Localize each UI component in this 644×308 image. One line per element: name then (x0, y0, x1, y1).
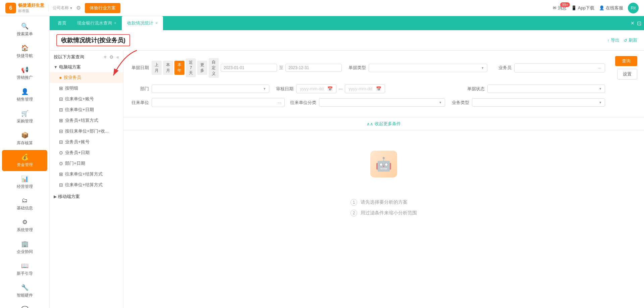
settings-icon[interactable]: ⚙ (76, 5, 81, 11)
scheme-item-unit-method1[interactable]: ⊞ 往来单位+结算方式 (50, 169, 123, 179)
unit-method1-label: 往来单位+结算方式 (65, 171, 103, 177)
scheme-item-salesperson[interactable]: ● 按业务员 (50, 72, 123, 83)
scheme-group-mobile-header[interactable]: ▶ 移动端方案 (50, 192, 123, 202)
app-download-button[interactable]: 📱 App下载 (571, 5, 594, 11)
date-start-input[interactable] (221, 64, 277, 72)
sidebar-item-marketing[interactable]: 📢 营销推广 (2, 63, 47, 84)
salesperson-item-icon: ● (59, 75, 62, 80)
refresh-button[interactable]: ↺ 刷新 (624, 37, 637, 43)
docstatus-select[interactable]: ▾ (487, 85, 605, 93)
sidebar-item-weixin[interactable]: 💬 企业微信 (2, 302, 47, 308)
sidebar-item-sales[interactable]: 👤 销售管理 (2, 85, 47, 106)
right-panel: 单据日期 上月 本月 本年 近7天 更多 自定义 (123, 51, 644, 308)
sidebar-item-label: 基础信息 (17, 205, 33, 211)
date-end-input[interactable] (285, 64, 342, 72)
biztype-arrow: ▾ (599, 100, 601, 105)
date-btn-lastmonth[interactable]: 上月 (152, 61, 162, 75)
partner-more[interactable]: ··· (277, 100, 281, 105)
scheme-item-salesperson-method[interactable]: ⊞ 业务员+结算方式 (50, 115, 123, 126)
tab-colstat-close[interactable]: × (155, 21, 158, 25)
scheme-group-desktop-header[interactable]: ▼ 电脑端方案 (50, 62, 123, 72)
date-btn-thismonth[interactable]: 本月 (163, 61, 173, 75)
date-btn-thisyear[interactable]: 本年 (174, 61, 184, 75)
filter-area: 单据日期 上月 本月 本年 近7天 更多 自定义 (123, 51, 644, 117)
step-2-label: 用过滤条件来缩小分析范围 (361, 210, 417, 216)
sidebar-item-label: 智能硬件 (17, 293, 33, 298)
partnerclass-arrow: ▾ (439, 100, 441, 105)
enterprise-icon: 🏢 (21, 240, 29, 248)
scheme-item-unit-date[interactable]: ⊟ 往来单位+日期 (50, 104, 123, 115)
sidebar-item-system[interactable]: ⚙ 系统管理 (2, 215, 47, 236)
query-button[interactable]: 查询 (615, 56, 637, 66)
scheme-item-salesperson-date[interactable]: ⊙ 业务员+日期 (50, 147, 123, 158)
sidebar-item-search[interactable]: 🔍 搜索菜单 (2, 19, 47, 40)
empty-step-1: 1 请先选择要分析的方案 (351, 199, 417, 206)
collapse-bar[interactable]: ∧∧ 收起更多条件 (123, 117, 644, 130)
sidebar-item-quicknav[interactable]: 🏠 快捷导航 (2, 41, 47, 62)
doctype-select[interactable]: ▾ (369, 64, 487, 72)
date-btn-more[interactable]: 更多 (197, 61, 207, 75)
filter-row-2: 部门 ▾ 审核日期 (130, 84, 637, 93)
set-button[interactable]: 设置 (617, 69, 637, 80)
scheme-item-detail[interactable]: ⊞ 按明细 (50, 83, 123, 94)
sidebar-item-label: 营销推广 (17, 75, 33, 81)
salesperson-method-label: 业务员+结算方式 (65, 117, 98, 123)
step-1-label: 请先选择要分析的方案 (361, 199, 408, 205)
sidebar-item-operations[interactable]: 📊 经营管理 (2, 172, 47, 193)
scheme-settings-icon[interactable]: ⚙ (109, 54, 114, 60)
scheme-item-dept-date[interactable]: ⊙ 部门+日期 (50, 158, 123, 169)
partner-select[interactable]: ··· (152, 98, 285, 107)
tab-home[interactable]: 首页 (52, 16, 72, 30)
tab-maximize-icon[interactable]: ⊡ (637, 20, 641, 27)
sidebar: 🔍 搜索菜单 🏠 快捷导航 📢 营销推广 👤 销售管理 🛒 采购管理 📦 库存核… (0, 16, 50, 308)
app-name: 畅捷通好生意 (18, 3, 44, 8)
tab-close-all-icon[interactable]: × (631, 20, 634, 27)
sidebar-item-label: 搜索菜单 (17, 31, 33, 37)
tab-collection-stat[interactable]: 收款情况统计 × (122, 16, 163, 30)
sidebar-item-inventory[interactable]: 📦 库存核算 (2, 128, 47, 149)
calendar-start-icon[interactable]: 📅 (327, 86, 333, 91)
dept-select[interactable]: ▾ (152, 85, 269, 93)
group-desktop-label: 电脑端方案 (59, 64, 81, 70)
user-avatar[interactable]: Rit (628, 3, 639, 13)
salesperson-more[interactable]: ··· (598, 65, 601, 70)
biztype-select[interactable]: ▾ (472, 98, 605, 107)
tab-bankflow-close[interactable]: × (114, 21, 116, 25)
scheme-item-salesperson-account[interactable]: ⊟ 业务员+账号 (50, 137, 123, 147)
message-button[interactable]: ✉ 消息 99+ (553, 5, 567, 11)
calendar-end-icon[interactable]: 📅 (376, 86, 381, 91)
sidebar-item-guide[interactable]: 📖 新手引导 (2, 259, 47, 280)
sidebar-item-purchase[interactable]: 🛒 采购管理 (2, 106, 47, 127)
scheme-item-unit-account[interactable]: ⊟ 往来单位+账号 (50, 94, 123, 104)
group-arrow-right: ▶ (54, 194, 57, 199)
salesperson-account-label: 业务员+账号 (65, 139, 90, 145)
tab-bank-flow[interactable]: 现金银行流水查询 × (72, 16, 122, 30)
partnerclass-select[interactable]: ▾ (319, 98, 445, 107)
page-header: 收款情况统计(按业务员) ↑ 导出 ↺ 刷新 (50, 30, 644, 51)
salesperson-select[interactable]: ··· (514, 63, 605, 72)
breadcrumb-arrow: ▾ (70, 6, 72, 10)
panel-header: 按以下方案查询 + ⚙ « (50, 51, 123, 62)
scheme-item-unit-method2[interactable]: ⊟ 往来单位+结算方式 (50, 179, 123, 190)
trial-button[interactable]: 体验行业方案 (85, 3, 120, 13)
scheme-item-unit-dept[interactable]: ⊟ 按往来单位+部门+收... (50, 126, 123, 137)
collapse-panel-icon[interactable]: « (116, 54, 119, 60)
sidebar-item-label: 新手引导 (17, 271, 33, 276)
sidebar-item-finance[interactable]: 💰 资金管理 (2, 150, 47, 171)
sidebar-item-basic[interactable]: 🗂 基础信息 (2, 194, 47, 214)
date-btn-custom[interactable]: 自定义 (209, 58, 219, 78)
unit-date-label: 往来单位+日期 (65, 107, 94, 113)
sidebar-item-label: 经营管理 (17, 184, 33, 190)
tab-colstat-label: 收款情况统计 (127, 20, 153, 26)
marketing-icon: 📢 (21, 66, 29, 73)
sidebar-item-smarthw[interactable]: 🔧 智能硬件 (2, 280, 47, 302)
reviewdate-end[interactable]: yyyy-mm-dd 📅 (345, 84, 385, 93)
refresh-icon: ↺ (624, 38, 627, 43)
sidebar-item-enterprise[interactable]: 🏢 企业协同 (2, 237, 47, 258)
export-button[interactable]: ↑ 导出 (607, 37, 620, 43)
date-btn-7days[interactable]: 近7天 (186, 58, 196, 77)
app-layout: 🔍 搜索菜单 🏠 快捷导航 📢 营销推广 👤 销售管理 🛒 采购管理 📦 库存核… (0, 16, 644, 308)
reviewdate-start[interactable]: yyyy-mm-dd 📅 (296, 84, 336, 93)
online-service-button[interactable]: 👤 在线客服 (599, 5, 623, 11)
add-scheme-icon[interactable]: + (104, 54, 107, 60)
